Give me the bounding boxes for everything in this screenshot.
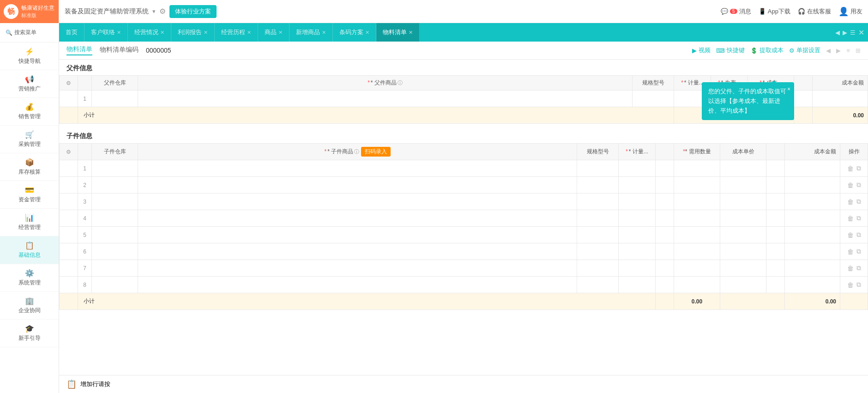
sub-tab-bom[interactable]: 物料清单 bbox=[66, 45, 92, 55]
child-row-qty-3[interactable] bbox=[674, 210, 720, 227]
child-row-product-5[interactable] bbox=[138, 243, 577, 260]
child-row-warehouse-4[interactable] bbox=[92, 227, 138, 243]
tab-menu-icon[interactable]: ☰ bbox=[850, 29, 856, 36]
child-row-spec-6[interactable] bbox=[577, 260, 619, 277]
sidebar-item-operation[interactable]: 📊 经营管理 bbox=[0, 209, 59, 236]
sidebar-item-inventory[interactable]: 📦 库存核算 bbox=[0, 153, 59, 181]
child-row-measure-5[interactable] bbox=[619, 243, 656, 260]
tab-profit[interactable]: 利润报告 ✕ bbox=[171, 23, 215, 42]
tab-close-icon[interactable]: ✕ bbox=[247, 30, 251, 36]
copy-icon[interactable]: ⧉ bbox=[856, 281, 861, 289]
tab-close-icon[interactable]: ✕ bbox=[322, 30, 326, 36]
child-row-product-6[interactable] bbox=[138, 260, 577, 277]
child-row-product-7[interactable] bbox=[138, 277, 577, 293]
tab-close-icon[interactable]: ✕ bbox=[117, 30, 121, 36]
settings-btn[interactable]: ⚙ 单据设置 bbox=[789, 46, 820, 54]
copy-icon[interactable]: ⧉ bbox=[856, 231, 861, 239]
add-row-icon[interactable]: 📋 bbox=[66, 379, 77, 389]
copy-icon[interactable]: ⧉ bbox=[856, 214, 861, 222]
child-row-warehouse-3[interactable] bbox=[92, 210, 138, 227]
child-row-measure-0[interactable] bbox=[619, 160, 656, 177]
sidebar-item-sales[interactable]: 💰 销售管理 bbox=[0, 98, 59, 126]
parent-row-warehouse[interactable] bbox=[92, 91, 138, 107]
child-row-qty-6[interactable] bbox=[674, 260, 720, 277]
tab-close-icon[interactable]: ✕ bbox=[160, 30, 164, 36]
trial-btn[interactable]: 体验行业方案 bbox=[169, 5, 217, 18]
child-row-unit-cost-3[interactable] bbox=[720, 210, 766, 227]
child-row-spec-1[interactable] bbox=[577, 177, 619, 193]
child-row-measure-7[interactable] bbox=[619, 277, 656, 293]
child-row-warehouse-1[interactable] bbox=[92, 177, 138, 193]
scan-btn[interactable]: 扫码录入 bbox=[361, 147, 391, 157]
copy-icon[interactable]: ⧉ bbox=[856, 164, 861, 172]
sidebar-item-enterprise[interactable]: 🏢 企业协同 bbox=[0, 292, 59, 320]
delete-icon[interactable]: 🗑 bbox=[847, 198, 854, 206]
tab-prev-icon[interactable]: ◀ bbox=[835, 29, 840, 36]
child-row-qty-7[interactable] bbox=[674, 277, 720, 293]
tab-operation[interactable]: 经营情况 ✕ bbox=[128, 23, 171, 42]
child-row-unit-cost-7[interactable] bbox=[720, 277, 766, 293]
delete-icon[interactable]: 🗑 bbox=[847, 265, 854, 272]
child-row-unit-cost-5[interactable] bbox=[720, 243, 766, 260]
user-item[interactable]: 👤 用友 bbox=[838, 6, 862, 17]
dropdown-arrow-icon[interactable]: ▾ bbox=[152, 8, 156, 15]
nav-next-icon[interactable]: ▶ bbox=[836, 47, 841, 54]
sidebar-item-purchase[interactable]: 🛒 采购管理 bbox=[0, 126, 59, 153]
child-row-warehouse-2[interactable] bbox=[92, 193, 138, 210]
child-row-spec-2[interactable] bbox=[577, 193, 619, 210]
nav-prev-icon[interactable]: ◀ bbox=[826, 47, 831, 54]
tab-products[interactable]: 商品 ✕ bbox=[258, 23, 289, 42]
tab-bom[interactable]: 物料清单 ✕ bbox=[376, 23, 420, 42]
child-row-measure-3[interactable] bbox=[619, 210, 656, 227]
copy-icon[interactable]: ⧉ bbox=[856, 248, 861, 255]
child-row-warehouse-5[interactable] bbox=[92, 243, 138, 260]
child-row-spec-4[interactable] bbox=[577, 227, 619, 243]
child-row-product-2[interactable] bbox=[138, 193, 577, 210]
copy-icon[interactable]: ⧉ bbox=[856, 198, 861, 206]
child-row-spec-5[interactable] bbox=[577, 243, 619, 260]
child-row-measure-1[interactable] bbox=[619, 177, 656, 193]
settings-gear-icon[interactable]: ⚙ bbox=[159, 7, 166, 16]
online-service-item[interactable]: 🎧 在线客服 bbox=[798, 7, 831, 16]
copy-icon[interactable]: ⧉ bbox=[856, 181, 861, 189]
sidebar-item-quick-nav[interactable]: ⚡ 快捷导航 bbox=[0, 42, 59, 70]
child-row-spec-7[interactable] bbox=[577, 277, 619, 293]
tab-new-product[interactable]: 新增商品 ✕ bbox=[289, 23, 333, 42]
delete-icon[interactable]: 🗑 bbox=[847, 181, 854, 189]
child-row-unit-cost-4[interactable] bbox=[720, 227, 766, 243]
child-row-product-3[interactable] bbox=[138, 210, 577, 227]
message-item[interactable]: 💬 5 消息 bbox=[721, 7, 751, 16]
child-row-measure-2[interactable] bbox=[619, 193, 656, 210]
tab-home[interactable]: 首页 bbox=[59, 23, 84, 42]
child-row-measure-4[interactable] bbox=[619, 227, 656, 243]
child-row-measure-6[interactable] bbox=[619, 260, 656, 277]
app-download-item[interactable]: 📱 App下载 bbox=[759, 7, 790, 16]
tab-close-all-icon[interactable]: ✕ bbox=[858, 28, 864, 37]
sidebar-search[interactable]: 🔍 搜索菜单 bbox=[0, 23, 59, 42]
child-row-qty-2[interactable] bbox=[674, 193, 720, 210]
sidebar-item-guide[interactable]: 🎓 新手引导 bbox=[0, 320, 59, 347]
tab-next-icon[interactable]: ▶ bbox=[843, 29, 847, 36]
child-row-spec-0[interactable] bbox=[577, 160, 619, 177]
child-row-unit-cost-0[interactable] bbox=[720, 160, 766, 177]
parent-settings-icon[interactable]: ⚙ bbox=[66, 80, 71, 86]
child-row-qty-5[interactable] bbox=[674, 243, 720, 260]
child-row-product-0[interactable] bbox=[138, 160, 577, 177]
child-row-qty-1[interactable] bbox=[674, 177, 720, 193]
sidebar-item-marketing[interactable]: 📢 营销推广 bbox=[0, 70, 59, 98]
child-row-unit-cost-1[interactable] bbox=[720, 177, 766, 193]
grid-view-icon[interactable]: ⊞ bbox=[856, 47, 861, 54]
child-row-unit-cost-6[interactable] bbox=[720, 260, 766, 277]
delete-icon[interactable]: 🗑 bbox=[847, 231, 854, 239]
tab-customer[interactable]: 客户联络 ✕ bbox=[84, 23, 128, 42]
child-row-spec-3[interactable] bbox=[577, 210, 619, 227]
child-row-product-4[interactable] bbox=[138, 227, 577, 243]
child-row-warehouse-6[interactable] bbox=[92, 260, 138, 277]
tab-close-icon[interactable]: ✕ bbox=[204, 30, 208, 36]
child-row-product-1[interactable] bbox=[138, 177, 577, 193]
sidebar-item-system[interactable]: ⚙️ 系统管理 bbox=[0, 264, 59, 292]
sub-tab-bom-code[interactable]: 物料清单编码 bbox=[100, 46, 139, 55]
child-row-qty-4[interactable] bbox=[674, 227, 720, 243]
delete-icon[interactable]: 🗑 bbox=[847, 281, 854, 289]
list-view-icon[interactable]: ≡ bbox=[846, 47, 850, 54]
